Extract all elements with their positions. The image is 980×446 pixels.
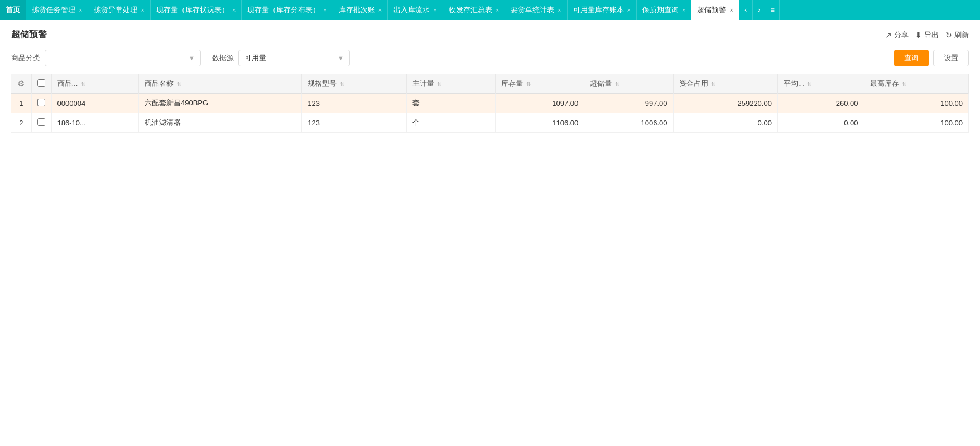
row-product-code-2: 186-10... <box>51 113 138 133</box>
toolbar-right: ↗ 分享 ⬇ 导出 ↻ 刷新 <box>885 30 969 40</box>
row-unit-2: 个 <box>406 113 495 133</box>
datasource-filter: 数据源 可用量 ▼ <box>212 50 350 66</box>
row-checkbox-2[interactable] <box>31 113 51 133</box>
sort-overstock-icon: ⇅ <box>615 81 619 87</box>
col-max-stock[interactable]: 最高库存 ⇅ <box>864 74 968 94</box>
row-checkbox-1[interactable] <box>31 94 51 113</box>
nav-task-mgmt[interactable]: 拣货任务管理 × <box>26 0 88 20</box>
col-product-code[interactable]: 商品... ⇅ <box>51 74 138 94</box>
row-capital-2: 0.00 <box>673 113 777 133</box>
nav-inventory-dist[interactable]: 现存量（库存分布表） × <box>242 0 333 20</box>
datasource-chevron-icon: ▼ <box>338 55 344 61</box>
nav-home[interactable]: 首页 <box>0 0 26 20</box>
datasource-value: 可用量 <box>244 53 266 63</box>
sort-stock-icon: ⇅ <box>526 81 531 87</box>
nav-order-stat[interactable]: 要货单统计表 × <box>505 0 567 20</box>
close-task-mgmt[interactable]: × <box>79 7 82 13</box>
close-collect[interactable]: × <box>496 7 499 13</box>
row-overstock-1: 997.00 <box>584 94 673 113</box>
sort-max-stock-icon: ⇅ <box>902 81 906 87</box>
nav-available[interactable]: 可用量库存账本 × <box>568 0 637 20</box>
close-available[interactable]: × <box>627 7 631 13</box>
nav-abnormal[interactable]: 拣货异常处理 × <box>88 0 150 20</box>
settings-col-icon[interactable]: ⚙ <box>17 79 25 88</box>
col-capital[interactable]: 资金占用 ⇅ <box>673 74 777 94</box>
table-row: 2 186-10... 机油滤清器 123 个 1106.00 1006.00 … <box>11 113 969 133</box>
row-avg-2: 0.00 <box>777 113 864 133</box>
nav-quality[interactable]: 保质期查询 × <box>637 0 691 20</box>
refresh-button[interactable]: ↻ 刷新 <box>945 30 969 40</box>
filter-actions: 查询 设置 <box>894 50 969 66</box>
share-button[interactable]: ↗ 分享 <box>885 30 909 40</box>
row-num-2: 2 <box>11 113 31 133</box>
page-content: 超储预警 ↗ 分享 ⬇ 导出 ↻ 刷新 商品分类 ▼ 数据源 <box>0 20 980 142</box>
close-abnormal[interactable]: × <box>141 7 144 13</box>
sort-avg-icon: ⇅ <box>807 81 811 87</box>
export-icon: ⬇ <box>915 31 922 40</box>
close-inout-flow[interactable]: × <box>433 7 436 13</box>
row-product-code-1: 0000004 <box>51 94 138 113</box>
row-stock-1: 1097.00 <box>496 94 584 113</box>
col-stock[interactable]: 库存量 ⇅ <box>496 74 584 94</box>
nav-overstock[interactable]: 超储预警 × <box>691 0 739 20</box>
row-product-name-1: 六配套新昌490BPG <box>138 94 301 113</box>
nav-menu-arrow[interactable]: ≡ <box>766 0 780 20</box>
row-capital-1: 259220.00 <box>673 94 777 113</box>
col-capital-label: 资金占用 <box>679 79 708 88</box>
row-num-1: 1 <box>11 94 31 113</box>
col-overstock[interactable]: 超储量 ⇅ <box>584 74 673 94</box>
select-all-checkbox[interactable] <box>37 79 45 87</box>
nav-collect[interactable]: 收发存汇总表 × <box>443 0 505 20</box>
datasource-select[interactable]: 可用量 ▼ <box>238 50 350 66</box>
row-unit-1: 套 <box>406 94 495 113</box>
close-order-stat[interactable]: × <box>558 7 561 13</box>
table-header-row: ⚙ 商品... ⇅ 商品名称 ⇅ 规格型号 ⇅ 主计量 <box>11 74 969 94</box>
col-stock-label: 库存量 <box>501 79 523 88</box>
query-button[interactable]: 查询 <box>894 50 929 66</box>
sort-spec-icon: ⇅ <box>340 81 344 87</box>
nav-inout-flow[interactable]: 出入库流水 × <box>388 0 443 20</box>
col-product-code-label: 商品... <box>57 79 78 88</box>
close-overstock[interactable]: × <box>729 7 733 13</box>
close-inventory-status[interactable]: × <box>232 7 236 13</box>
category-filter: 商品分类 ▼ <box>11 50 201 66</box>
sort-unit-icon: ⇅ <box>437 81 441 87</box>
row-select-checkbox-1[interactable] <box>37 99 45 106</box>
sort-product-code-icon: ⇅ <box>81 81 85 87</box>
filter-row: 商品分类 ▼ 数据源 可用量 ▼ 查询 设置 <box>11 50 969 66</box>
sort-product-name-icon: ⇅ <box>177 81 181 87</box>
nav-next-arrow[interactable]: › <box>753 0 766 20</box>
col-spec[interactable]: 规格型号 ⇅ <box>302 74 406 94</box>
col-avg[interactable]: 平均... ⇅ <box>777 74 864 94</box>
col-max-stock-label: 最高库存 <box>870 79 899 88</box>
category-chevron-icon: ▼ <box>189 55 195 61</box>
share-icon: ↗ <box>885 31 892 40</box>
col-unit[interactable]: 主计量 ⇅ <box>406 74 495 94</box>
nav-batch[interactable]: 库存批次账 × <box>333 0 388 20</box>
settings-button[interactable]: 设置 <box>933 50 969 66</box>
nav-prev-arrow[interactable]: ‹ <box>739 0 753 20</box>
row-spec-1: 123 <box>302 94 406 113</box>
col-settings[interactable]: ⚙ <box>11 74 31 94</box>
col-product-name[interactable]: 商品名称 ⇅ <box>138 74 301 94</box>
close-inventory-dist[interactable]: × <box>323 7 326 13</box>
col-overstock-label: 超储量 <box>590 79 612 88</box>
table-row: 1 0000004 六配套新昌490BPG 123 套 1097.00 997.… <box>11 94 969 113</box>
col-product-name-label: 商品名称 <box>145 79 174 88</box>
row-max-stock-2: 100.00 <box>864 113 968 133</box>
category-label: 商品分类 <box>11 53 40 63</box>
nav-inventory-status[interactable]: 现存量（库存状况表） × <box>151 0 242 20</box>
row-product-name-2: 机油滤清器 <box>138 113 301 133</box>
datasource-label: 数据源 <box>212 53 234 63</box>
category-select[interactable]: ▼ <box>45 50 201 66</box>
nav-bar: 首页 拣货任务管理 × 拣货异常处理 × 现存量（库存状况表） × 现存量（库存… <box>0 0 980 20</box>
row-select-checkbox-2[interactable] <box>37 118 45 126</box>
row-avg-1: 260.00 <box>777 94 864 113</box>
col-spec-label: 规格型号 <box>308 79 337 88</box>
close-batch[interactable]: × <box>378 7 382 13</box>
refresh-icon: ↻ <box>945 31 952 40</box>
page-header: 超储预警 ↗ 分享 ⬇ 导出 ↻ 刷新 <box>11 29 969 41</box>
col-checkbox[interactable] <box>31 74 51 94</box>
export-button[interactable]: ⬇ 导出 <box>915 30 939 40</box>
close-quality[interactable]: × <box>682 7 685 13</box>
